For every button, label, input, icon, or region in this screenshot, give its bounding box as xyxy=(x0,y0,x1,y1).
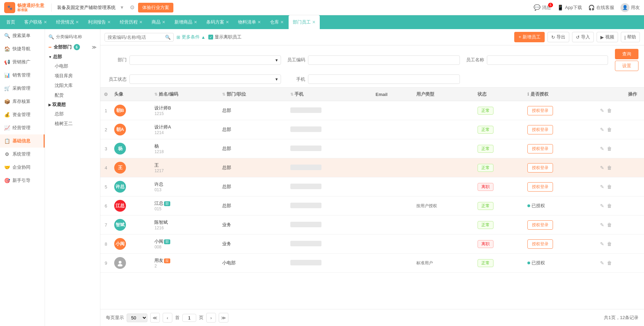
settings-icon[interactable]: ⚙ xyxy=(130,4,135,11)
nav-bom[interactable]: 物料清单 ✕ xyxy=(234,15,265,29)
col-phone[interactable]: ⇅ 手机 xyxy=(288,88,373,101)
show-resigned-toggle[interactable]: ✓ 显示离职员工 xyxy=(208,34,242,40)
status-select[interactable]: ▾ xyxy=(129,74,281,84)
export-btn[interactable]: ↻ 导出 xyxy=(547,32,569,42)
dept-search-icon[interactable]: 🔍 xyxy=(48,34,54,39)
edit-icon[interactable]: ✎ xyxy=(600,184,604,190)
edit-icon[interactable]: ✎ xyxy=(600,260,604,266)
dropdown-icon[interactable]: ▼ xyxy=(120,5,124,10)
delete-icon[interactable]: 🗑 xyxy=(607,127,612,132)
table-area: 🔍 ⊞ 更多条件 ▲ ✓ 显示离职员工 + 新增员工 ↻ 导出 ↺ xyxy=(100,29,644,326)
edit-icon[interactable]: ✎ xyxy=(600,108,604,113)
cell-dept: 总部 xyxy=(219,196,287,215)
empname-input[interactable] xyxy=(487,55,608,65)
sidebar-system[interactable]: ⚙ 系统管理 xyxy=(0,148,45,161)
dept-collapse-btn[interactable]: ≫ xyxy=(92,45,97,50)
sidebar-marketing[interactable]: 📢 营销推广 xyxy=(0,55,45,69)
trial-button[interactable]: 体验行业方案 xyxy=(138,3,173,12)
page-number-input[interactable] xyxy=(182,314,196,322)
edit-icon[interactable]: ✎ xyxy=(600,241,604,247)
nav-goods[interactable]: 商品 ✕ xyxy=(147,15,170,29)
first-page-btn[interactable]: ≪ xyxy=(150,313,160,323)
delete-icon[interactable]: 🗑 xyxy=(607,165,612,170)
sidebar: 🔍 搜索菜单 🏠 快捷导航 📢 营销推广 📊 销售管理 🛒 采购管理 📦 库存核… xyxy=(0,29,45,326)
sidebar-collab[interactable]: 🤝 企业协同 xyxy=(0,161,45,174)
nav-home[interactable]: 首页 xyxy=(2,15,19,29)
delete-icon[interactable]: 🗑 xyxy=(607,241,612,247)
sidebar-quicknav[interactable]: 🏠 快捷导航 xyxy=(0,42,45,55)
dept-child-headquarters[interactable]: 总部 xyxy=(45,109,100,119)
edit-icon[interactable]: ✎ xyxy=(600,222,604,228)
sidebar-sales[interactable]: 📊 销售管理 xyxy=(0,69,45,82)
edit-icon[interactable]: ✎ xyxy=(600,203,604,209)
nav-operation[interactable]: 经营情况 ✕ xyxy=(52,15,83,29)
nav-customer[interactable]: 客户联络 ✕ xyxy=(20,15,51,29)
authorize-btn[interactable]: 授权登录 xyxy=(527,163,553,173)
add-employee-btn[interactable]: + 新增员工 xyxy=(514,32,544,42)
edit-icon[interactable]: ✎ xyxy=(600,146,604,151)
sidebar-inventory[interactable]: 📦 库存核算 xyxy=(0,95,45,108)
delete-icon[interactable]: 🗑 xyxy=(607,203,612,209)
user-btn[interactable]: 👤 用友 xyxy=(620,3,640,12)
delete-icon[interactable]: 🗑 xyxy=(607,222,612,228)
cell-auth: 已授权 xyxy=(525,254,597,273)
dept-child-delivery[interactable]: 配货 xyxy=(45,90,100,100)
authorize-btn[interactable]: 授权登录 xyxy=(527,125,553,134)
sidebar-finance[interactable]: 💰 资金管理 xyxy=(0,108,45,121)
view-btn[interactable]: ▶ 视频 xyxy=(597,32,618,42)
dept-child-shenyang[interactable]: 沈阳大库 xyxy=(45,81,100,90)
page-size-select[interactable]: 50 20 100 xyxy=(127,314,147,322)
search-btn-icon[interactable]: 🔍 xyxy=(165,35,171,40)
help-btn[interactable]: | 帮助 xyxy=(621,32,640,42)
cell-auth: 授权登录 xyxy=(525,177,597,196)
empcode-input[interactable] xyxy=(308,55,460,65)
col-name-code[interactable]: ⇅ 姓名/编码 xyxy=(152,88,219,101)
dept-group-headquarters[interactable]: 总部 xyxy=(45,52,100,61)
dept-child-project[interactable]: 项目库房 xyxy=(45,71,100,81)
online-service-btn[interactable]: 🎧 在线客服 xyxy=(588,5,614,11)
edit-icon[interactable]: ✎ xyxy=(600,127,604,132)
prev-page-btn[interactable]: ‹ xyxy=(163,313,172,323)
search-wrap: 🔍 xyxy=(105,33,174,42)
sidebar-basic-info[interactable]: 📋 基础信息 xyxy=(0,134,45,148)
gear-icon[interactable]: ⚙ xyxy=(104,92,108,97)
dept-group-shuanglu[interactable]: 双鹿想 xyxy=(45,100,100,109)
edit-icon[interactable]: ✎ xyxy=(600,165,604,170)
col-dept[interactable]: ⇅ 部门/职位 xyxy=(219,88,287,101)
app-download-btn[interactable]: 📱 App下载 xyxy=(557,5,582,11)
more-filter-btn[interactable]: ⊞ 更多条件 ▲ xyxy=(176,34,206,40)
authorize-btn[interactable]: 授权登录 xyxy=(527,182,553,192)
sidebar-search[interactable]: 🔍 搜索菜单 xyxy=(0,29,45,42)
sidebar-operations[interactable]: 📈 经营管理 xyxy=(0,121,45,134)
setting-btn[interactable]: 设置 xyxy=(615,61,638,71)
query-btn[interactable]: 查询 xyxy=(615,49,638,59)
cell-name: 王 1217 xyxy=(152,158,219,177)
nav-history[interactable]: 经营历程 ✕ xyxy=(116,15,147,29)
sidebar-newbie[interactable]: 🎯 新手引导 xyxy=(0,174,45,187)
message-btn[interactable]: 💬 6 消息 xyxy=(534,4,551,11)
phone-input[interactable] xyxy=(308,74,460,84)
authorize-btn[interactable]: 授权登录 xyxy=(527,144,553,153)
sidebar-purchase[interactable]: 🛒 采购管理 xyxy=(0,82,45,95)
authorize-btn[interactable]: 授权登录 xyxy=(527,239,553,249)
next-page-btn[interactable]: › xyxy=(206,313,216,323)
nav-profit[interactable]: 利润报告 ✕ xyxy=(84,15,115,29)
dept-child-wangerthree[interactable]: 植树王二 xyxy=(45,119,100,129)
last-page-btn[interactable]: ≫ xyxy=(219,313,228,323)
search-input[interactable] xyxy=(108,35,163,40)
nav-warehouse[interactable]: 仓库 ✕ xyxy=(266,15,288,29)
nav-dept-staff[interactable]: 部门员工 ✕ xyxy=(289,15,320,29)
nav-barcode[interactable]: 条码方案 ✕ xyxy=(202,15,233,29)
table-row: 7 智斌 陈智斌 1216 业务正常授权登录 ✎ 🗑 xyxy=(100,215,644,235)
nav-add-goods[interactable]: 新增商品 ✕ xyxy=(170,15,201,29)
authorize-btn[interactable]: 授权登录 xyxy=(527,106,553,115)
delete-icon[interactable]: 🗑 xyxy=(607,260,612,266)
authorize-btn[interactable]: 授权登录 xyxy=(527,220,553,230)
delete-icon[interactable]: 🗑 xyxy=(607,108,612,113)
filter-empcode-row: 员工编码 xyxy=(284,55,460,65)
delete-icon[interactable]: 🗑 xyxy=(607,146,612,151)
import-btn[interactable]: ↺ 导入 xyxy=(572,32,594,42)
dept-child-electronics[interactable]: 小电部 xyxy=(45,61,100,71)
delete-icon[interactable]: 🗑 xyxy=(607,184,612,190)
dept-select[interactable]: ▾ xyxy=(129,55,281,65)
